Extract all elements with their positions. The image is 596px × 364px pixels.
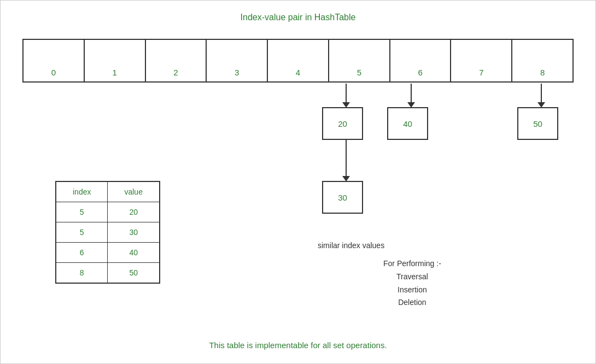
table-row: 8 50: [56, 263, 160, 284]
table-row: 5 30: [56, 222, 160, 243]
table-header-value: value: [108, 181, 160, 202]
performing-item-1: Insertion: [383, 284, 441, 297]
array-cell-2: 2: [146, 40, 207, 81]
row3-index: 8: [56, 263, 108, 284]
array-cell-3: 3: [207, 40, 268, 81]
arrow-6-to-40: [407, 84, 415, 108]
data-table: index value 5 20 5 30 6 40 8 50: [55, 181, 160, 284]
row0-index: 5: [56, 202, 108, 222]
value-box-30: 30: [322, 181, 363, 214]
array-cell-7: 7: [451, 40, 512, 81]
row3-value: 50: [108, 263, 160, 284]
bottom-text: This table is implementable for all set …: [1, 340, 595, 350]
row2-index: 6: [56, 243, 108, 263]
performing-title: For Performing :-: [383, 257, 441, 271]
row1-value: 30: [108, 222, 160, 243]
array-cell-1: 1: [85, 40, 146, 81]
array-cell-4: 4: [268, 40, 329, 81]
value-box-40: 40: [387, 107, 428, 140]
array-cell-0: 0: [24, 40, 85, 81]
row0-value: 20: [108, 202, 160, 222]
arrow-5-to-20: [342, 84, 350, 108]
value-box-50: 50: [517, 107, 558, 140]
performing-block: For Performing :- Traversal Insertion De…: [383, 257, 441, 309]
hash-array: 0 1 2 3 4 5 6 7 8: [22, 39, 574, 83]
table-row: 6 40: [56, 243, 160, 263]
main-container: Index-value pair in HashTable 0 1 2 3 4 …: [0, 0, 596, 364]
array-cell-8: 8: [512, 40, 572, 81]
row1-index: 5: [56, 222, 108, 243]
similar-label: similar index values: [318, 241, 384, 250]
performing-item-2: Deletion: [383, 296, 441, 309]
arrow-8-to-50: [537, 84, 545, 108]
table-row: 5 20: [56, 202, 160, 222]
page-title: Index-value pair in HashTable: [1, 13, 595, 22]
value-box-20: 20: [322, 107, 363, 140]
array-cell-6: 6: [390, 40, 452, 81]
performing-item-0: Traversal: [383, 271, 441, 284]
table-header-index: index: [56, 181, 108, 202]
array-cell-5: 5: [329, 40, 390, 81]
arrow-20-to-30: [342, 140, 350, 181]
row2-value: 40: [108, 243, 160, 263]
